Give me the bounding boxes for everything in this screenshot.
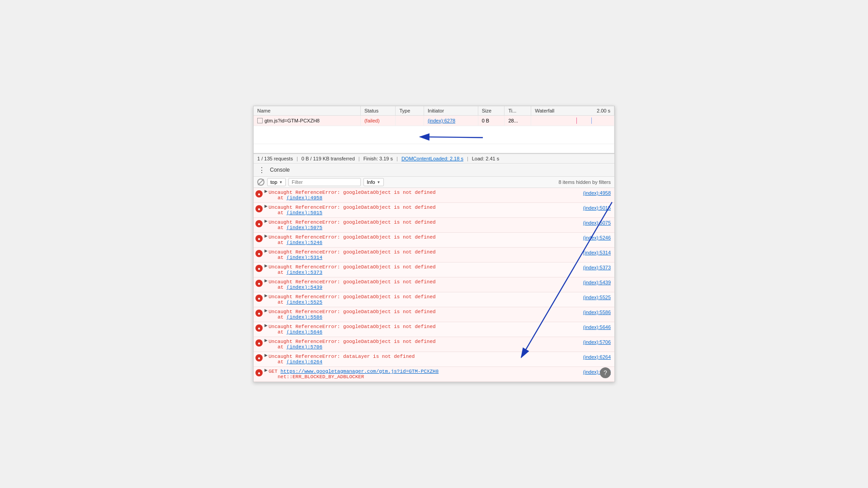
at-link[interactable]: (index):5075 — [287, 225, 322, 230]
line-ref-link[interactable]: (index):5075 — [583, 219, 614, 225]
level-label: Info — [367, 179, 375, 185]
console-message-block: Uncaught ReferenceError: googleDataObjec… — [269, 263, 583, 276]
console-toolbar: ⋮ Console — [254, 164, 614, 177]
console-sub-line: at (index):5706 — [269, 344, 583, 350]
console-filter-row: top ▼ Info ▼ 8 items hidden by filters — [254, 177, 614, 188]
context-selector[interactable]: top ▼ — [267, 178, 286, 186]
finish-time: Finish: 3.19 s — [363, 156, 393, 161]
console-message-line: Uncaught ReferenceError: googleDataObjec… — [269, 235, 583, 240]
line-ref-link[interactable]: (index):5015 — [583, 204, 614, 211]
console-message-block: Uncaught ReferenceError: dataLayer is no… — [269, 353, 583, 366]
help-button[interactable]: ? — [600, 367, 611, 378]
get-sub-message: net::ERR_BLOCKED_BY_ADBLOCKER — [269, 374, 583, 380]
line-ref-link[interactable]: (index):5525 — [583, 293, 614, 300]
console-message-block: Uncaught ReferenceError: googleDataObjec… — [269, 249, 583, 261]
context-label: top — [270, 179, 277, 185]
expand-arrow[interactable]: ▶ — [264, 204, 268, 208]
console-error-entry: ● ▶ Uncaught ReferenceError: googleDataO… — [254, 292, 614, 307]
line-ref-link[interactable]: (index):5314 — [583, 249, 614, 255]
console-message-block: Uncaught ReferenceError: googleDataObjec… — [269, 278, 583, 291]
filter-input[interactable] — [288, 178, 361, 186]
console-error-entry: ● ▶ Uncaught ReferenceError: googleDataO… — [254, 233, 614, 248]
console-message-line: Uncaught ReferenceError: googleDataObjec… — [269, 279, 583, 285]
error-icon: ● — [255, 265, 263, 272]
col-time[interactable]: Ti... — [505, 106, 531, 116]
col-type[interactable]: Type — [396, 106, 424, 116]
console-error-entry: ● ▶ Uncaught ReferenceError: googleDataO… — [254, 218, 614, 233]
expand-arrow[interactable]: ▶ — [264, 293, 268, 298]
network-section: Name Status Type Initiator Size Ti... Wa… — [254, 106, 614, 154]
expand-arrow[interactable]: ▶ — [264, 263, 268, 268]
at-link[interactable]: (index):5439 — [287, 285, 322, 290]
at-link[interactable]: (index):5586 — [287, 314, 322, 320]
console-message-line: Uncaught ReferenceError: googleDataObjec… — [269, 339, 583, 344]
console-error-entry: ● ▶ Uncaught ReferenceError: googleDataO… — [254, 248, 614, 263]
line-ref-link[interactable]: (index):5646 — [583, 323, 614, 330]
col-initiator[interactable]: Initiator — [424, 106, 478, 116]
console-error-entry: ● ▶ Uncaught ReferenceError: googleDataO… — [254, 337, 614, 352]
col-size[interactable]: Size — [478, 106, 505, 116]
console-message-line: Uncaught ReferenceError: googleDataObjec… — [269, 220, 583, 225]
clear-console-button[interactable] — [257, 178, 264, 186]
console-sub-line: at (index):5646 — [269, 329, 583, 335]
expand-arrow[interactable]: ▶ — [264, 338, 268, 343]
row-checkbox[interactable] — [257, 118, 263, 123]
at-link[interactable]: (index):5314 — [287, 255, 322, 260]
expand-arrow[interactable]: ▶ — [264, 234, 268, 238]
expand-arrow[interactable]: ▶ — [264, 189, 268, 193]
at-link[interactable]: (index):4958 — [287, 195, 322, 201]
at-link[interactable]: (index):5706 — [287, 344, 322, 350]
line-ref-link[interactable]: (index):5439 — [583, 278, 614, 285]
at-link[interactable]: (index):5015 — [287, 210, 322, 216]
at-link[interactable]: (index):5373 — [287, 270, 322, 275]
at-link[interactable]: (index):5525 — [287, 300, 322, 305]
expand-arrow[interactable]: ▶ — [264, 308, 268, 313]
error-icon: ● — [255, 354, 263, 361]
console-error-entry: ● ▶ Uncaught ReferenceError: dataLayer i… — [254, 352, 614, 367]
console-log-area[interactable]: ● ▶ Uncaught ReferenceError: googleDataO… — [254, 188, 614, 382]
dom-content-loaded-link[interactable]: DOMContentLoaded: 2.18 s — [401, 156, 463, 161]
expand-arrow[interactable]: ▶ — [264, 219, 268, 223]
request-name-link[interactable]: gtm.js?id=GTM-PCXZH8 — [264, 118, 320, 123]
console-sub-line: at (index):5373 — [269, 270, 583, 275]
col-waterfall[interactable]: Waterfall 2.00 s — [531, 106, 614, 116]
expand-arrow[interactable]: ▶ — [264, 278, 268, 283]
console-error-entry: ● ▶ Uncaught ReferenceError: googleDataO… — [254, 307, 614, 322]
expand-arrow[interactable]: ▶ — [264, 323, 268, 328]
console-message-line: Uncaught ReferenceError: googleDataObjec… — [269, 249, 583, 255]
console-sub-line: at (index):5075 — [269, 225, 583, 230]
request-size: 0 B — [478, 116, 505, 126]
at-link[interactable]: (index):5646 — [287, 329, 322, 335]
console-error-entry: ● ▶ Uncaught ReferenceError: googleDataO… — [254, 203, 614, 218]
console-error-entry: ● ▶ Uncaught ReferenceError: googleDataO… — [254, 277, 614, 292]
expand-arrow[interactable]: ▶ — [264, 353, 268, 357]
line-ref-link[interactable]: (index):6264 — [583, 353, 614, 360]
console-message-line: Uncaught ReferenceError: googleDataObjec… — [269, 294, 583, 300]
request-initiator[interactable]: (index):6278 — [428, 118, 455, 123]
line-ref-link[interactable]: (index):4958 — [583, 189, 614, 196]
col-status[interactable]: Status — [360, 106, 396, 116]
at-link[interactable]: (index):5246 — [287, 240, 322, 245]
console-message-line: Uncaught ReferenceError: googleDataObjec… — [269, 190, 583, 195]
level-selector[interactable]: Info ▼ — [363, 178, 383, 186]
error-icon: ● — [255, 190, 263, 197]
console-sub-line: at (index):5586 — [269, 314, 583, 320]
at-link[interactable]: (index):6264 — [287, 359, 322, 365]
console-sub-line: at (index):4958 — [269, 195, 583, 201]
get-url-link[interactable]: https://www.googletagmanager.com/gtm.js?… — [280, 369, 439, 374]
expand-arrow[interactable]: ▶ — [264, 249, 268, 253]
context-dropdown-arrow: ▼ — [279, 180, 283, 184]
line-ref-link[interactable]: (index):5706 — [583, 338, 614, 345]
line-ref-link[interactable]: (index):5586 — [583, 308, 614, 315]
console-message-block: Uncaught ReferenceError: googleDataObjec… — [269, 308, 583, 321]
line-ref-link[interactable]: (index):5246 — [583, 234, 614, 240]
line-ref-link[interactable]: (index):5373 — [583, 263, 614, 270]
network-row: gtm.js?id=GTM-PCXZH8 (failed) (index):62… — [254, 116, 614, 126]
more-options-button[interactable]: ⋮ — [257, 165, 266, 174]
console-message-block: Uncaught ReferenceError: googleDataObjec… — [269, 189, 583, 202]
col-name[interactable]: Name — [254, 106, 360, 116]
console-sub-line: at (index):5525 — [269, 300, 583, 305]
error-icon: ● — [255, 310, 263, 317]
expand-arrow[interactable]: ▶ — [264, 368, 268, 372]
hidden-items-count: 8 items hidden by filters — [558, 179, 611, 185]
